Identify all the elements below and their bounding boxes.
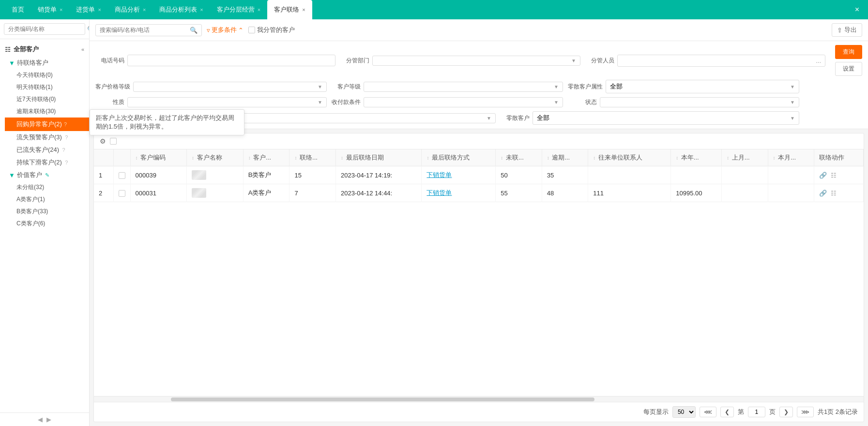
customer-type-arrow-icon: ▼ [487, 116, 491, 121]
table-settings-icon[interactable]: ⚙ [100, 137, 106, 145]
person-select[interactable]: ... [617, 55, 825, 67]
nav-purchase-close-icon[interactable]: × [98, 7, 101, 13]
col-unit-contact[interactable]: ↕ 往来单位联系人 [588, 149, 671, 166]
action-link-icon-1[interactable]: 🔗 [819, 172, 827, 179]
sidebar-item-declining[interactable]: 持续下滑客户(2) ? [5, 156, 89, 169]
prev-page-btn[interactable]: ❮ [720, 407, 734, 417]
nav-item-sales[interactable]: 销货单 × [31, 0, 69, 19]
cell-check-2[interactable] [113, 184, 130, 202]
col-code[interactable]: ↕ 客户编码 [130, 149, 187, 166]
cell-contact-2: 7 [289, 184, 335, 202]
my-customers-checkbox[interactable] [248, 27, 255, 33]
retail-attr-select[interactable]: 全部 ▼ [606, 80, 799, 93]
status-select[interactable]: ▼ [600, 97, 799, 107]
payment-select[interactable]: ▼ [364, 97, 563, 107]
page-input[interactable] [748, 407, 765, 417]
last-page-btn[interactable]: ⋙ [797, 407, 814, 417]
nav-analysis-close-icon[interactable]: × [143, 7, 146, 13]
action-link-icon-2[interactable]: 🔗 [819, 190, 827, 197]
help-icon-already-lost[interactable]: ? [62, 147, 65, 153]
cell-name-2 [187, 184, 244, 202]
help-icon-declining[interactable]: ? [65, 160, 68, 165]
col-last-date[interactable]: ↕ 最后联络日期 [335, 149, 421, 166]
horizontal-scrollbar[interactable] [94, 396, 864, 402]
sidebar-item-class-b[interactable]: B类客户(33) [5, 206, 89, 218]
col-index [94, 149, 113, 166]
search-input[interactable] [100, 27, 190, 33]
sidebar-left-arrow[interactable]: ◀ [38, 416, 43, 423]
sidebar-item-class-c[interactable]: C类客户(6) [5, 218, 89, 230]
sidebar-item-7days[interactable]: 近7天待联络(0) [5, 93, 89, 105]
sidebar-right-arrow[interactable]: ▶ [46, 416, 51, 423]
nav-item-purchase[interactable]: 进货单 × [69, 0, 107, 19]
person-label: 分管人员 [585, 57, 614, 65]
way-link-1[interactable]: 下销货单 [426, 171, 452, 178]
way-link-2[interactable]: 下销货单 [426, 189, 452, 196]
per-page-select[interactable]: 50 [672, 406, 696, 418]
cell-way-1[interactable]: 下销货单 [422, 166, 496, 184]
sidebar-search-input[interactable] [4, 23, 85, 35]
sidebar-item-repurchase-anomaly[interactable]: 回购异常客户(2) ? [5, 118, 89, 131]
search-icon-btn[interactable]: 🔍 [190, 27, 198, 34]
col-this-month[interactable]: ↕ 本月... [768, 149, 814, 166]
nav-customer-mgmt-close-icon[interactable]: × [258, 7, 260, 13]
gender-select[interactable]: ▼ [127, 97, 327, 107]
col-overdue[interactable]: ↕ 逾期... [542, 149, 588, 166]
cell-way-2[interactable]: 下销货单 [422, 184, 496, 202]
query-button[interactable]: 查询 [835, 45, 862, 59]
cell-check-1[interactable] [113, 166, 130, 184]
edit-icon-value-group[interactable]: ✎ [45, 172, 49, 178]
nav-item-analysis-list[interactable]: 商品分析列表 × [152, 0, 210, 19]
help-icon-lost-warning[interactable]: ? [65, 134, 68, 140]
nav-analysis-list-close-icon[interactable]: × [200, 7, 203, 13]
sidebar-pending-group-title[interactable]: ▼ 待联络客户 [5, 57, 89, 69]
row2-checkbox[interactable] [119, 190, 125, 197]
sidebar-item-class-a[interactable]: A类客户(1) [5, 193, 89, 206]
dept-label: 分管部门 [340, 57, 369, 65]
sidebar-item-today[interactable]: 今天待联络(0) [5, 69, 89, 81]
customer-type-select[interactable]: ▼ [229, 113, 496, 123]
more-conditions-btn[interactable]: ▿ 更多条件 ⌃ [207, 26, 244, 34]
next-page-btn[interactable]: ❯ [779, 407, 793, 417]
dept-select[interactable]: ▼ [372, 56, 580, 66]
col-customer-type[interactable]: ↕ 客户... [243, 149, 289, 166]
sidebar-item-overdue[interactable]: 逾期未联络(30) [5, 105, 89, 118]
sidebar-item-already-lost[interactable]: 已流失客户(24) ? [5, 144, 89, 156]
first-page-btn[interactable]: ⋘ [700, 407, 716, 417]
col-uncontact[interactable]: ↕ 未联... [496, 149, 542, 166]
nav-item-home[interactable]: 首页 [5, 0, 31, 19]
price-level-select[interactable]: ▼ [133, 82, 327, 92]
nav-item-customer-contact[interactable]: 客户联络 × [267, 0, 312, 19]
scrollbar-thumb[interactable] [171, 397, 594, 401]
sidebar-item-tomorrow[interactable]: 明天待联络(1) [5, 81, 89, 93]
col-thismonth-label: 本月... [778, 154, 796, 161]
col-name[interactable]: ↕ 客户名称 [187, 149, 244, 166]
action-grid-icon-1[interactable]: ☷ [831, 172, 837, 179]
action-grid-icon-2[interactable]: ☷ [831, 190, 837, 197]
sidebar-search-area: 🔍 [0, 19, 89, 39]
phone-input[interactable] [127, 55, 335, 66]
export-button[interactable]: ⇧ 导出 [832, 23, 862, 37]
nav-sales-close-icon[interactable]: × [60, 7, 62, 13]
col-last-way[interactable]: ↕ 最后联络方式 [422, 149, 496, 166]
col-last-month[interactable]: ↕ 上月... [722, 149, 768, 166]
sidebar-value-group-title[interactable]: ▼ 价值客户 ✎ [5, 169, 89, 181]
sidebar-item-unclassified[interactable]: 未分组(32) [5, 181, 89, 193]
nav-customer-contact-close-icon[interactable]: × [302, 7, 305, 13]
col-contact-count[interactable]: ↕ 联络... [289, 149, 335, 166]
my-customers-toggle[interactable]: 我分管的客户 [248, 26, 295, 34]
table-scroll[interactable]: ↕ 客户编码 ↕ 客户名称 ↕ 客户... [94, 149, 864, 396]
customer-level-select[interactable]: ▼ [364, 82, 563, 92]
sidebar-item-lost-warning[interactable]: 流失预警客户(3) ? [5, 131, 89, 144]
window-close-button[interactable]: × [851, 5, 863, 14]
settings-button[interactable]: 设置 [835, 62, 862, 76]
row1-checkbox[interactable] [119, 172, 125, 179]
sidebar-all-customers[interactable]: ☷ 全部客户 « [0, 42, 89, 57]
sidebar-collapse-icon[interactable]: « [81, 46, 84, 52]
nav-item-customer-mgmt[interactable]: 客户分层经营 × [210, 0, 267, 19]
retail-customer-select[interactable]: 全部 ▼ [533, 111, 799, 125]
nav-item-analysis[interactable]: 商品分析 × [108, 0, 152, 19]
select-all-checkbox[interactable] [110, 138, 117, 145]
help-icon-repurchase[interactable]: ? [64, 121, 67, 127]
col-this-year[interactable]: ↕ 本年... [671, 149, 722, 166]
